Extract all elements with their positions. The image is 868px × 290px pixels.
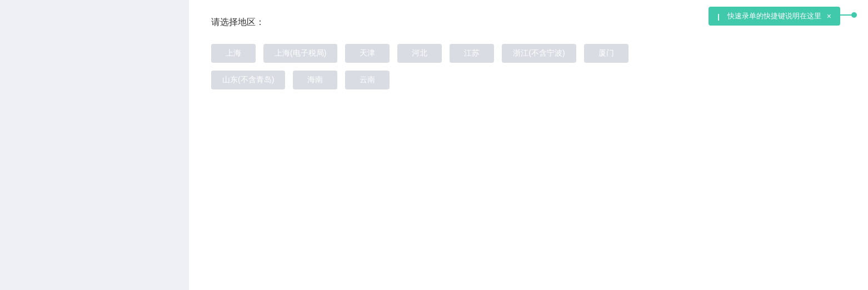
region-button-hainan[interactable]: 海南 — [293, 71, 337, 89]
region-buttons-row2: 山东(不含青岛)海南云南 — [211, 71, 846, 89]
region-button-tianjin[interactable]: 天津 — [345, 44, 390, 63]
region-button-xiamen[interactable]: 厦门 — [584, 44, 628, 63]
region-button-shanghai-etax[interactable]: 上海(电子税局) — [263, 44, 337, 63]
region-button-shandong[interactable]: 山东(不含青岛) — [211, 71, 285, 89]
main-content: 请选择地区： 上海上海(电子税局)天津河北江苏浙江(不含宁波)厦门 山东(不含青… — [189, 0, 868, 290]
region-button-yunnan[interactable]: 云南 — [345, 71, 390, 89]
region-button-shanghai[interactable]: 上海 — [211, 44, 256, 63]
tooltip-dot — [851, 12, 857, 18]
region-button-zhejiang[interactable]: 浙江(不含宁波) — [502, 44, 576, 63]
region-button-hebei[interactable]: 河北 — [397, 44, 442, 63]
tooltip-banner: 快速录单的快捷键说明在这里 × — [709, 7, 840, 26]
tooltip-line — [840, 14, 852, 16]
region-buttons-row1: 上海上海(电子税局)天津河北江苏浙江(不含宁波)厦门 — [211, 44, 846, 63]
sidebar — [0, 0, 189, 290]
tooltip-close-button[interactable]: × — [827, 12, 831, 21]
tooltip-text: 快速录单的快捷键说明在这里 — [727, 11, 821, 21]
region-button-jiangsu[interactable]: 江苏 — [450, 44, 494, 63]
